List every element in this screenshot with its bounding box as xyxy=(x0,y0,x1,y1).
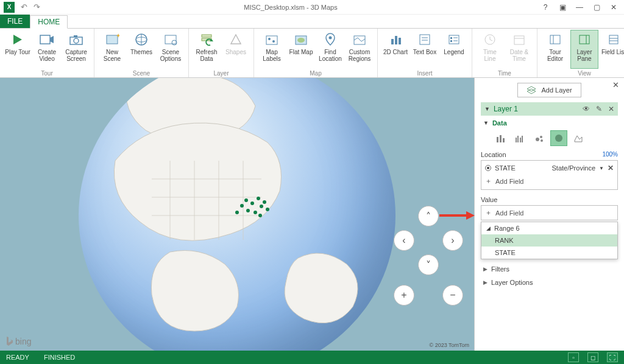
viz-stacked-column-button[interactable] xyxy=(492,130,509,146)
play-icon xyxy=(9,32,26,47)
viz-bubble-button[interactable] xyxy=(531,130,548,146)
refresh-icon xyxy=(198,32,215,47)
zoom-out-button[interactable]: − xyxy=(442,285,463,306)
bing-logo-icon xyxy=(5,336,13,347)
chart-icon xyxy=(387,32,404,47)
svg-rect-30 xyxy=(449,35,459,44)
tilt-up-button[interactable]: ˄ xyxy=(418,206,439,226)
value-add-field-button[interactable]: ＋ Add Field xyxy=(481,206,617,220)
svg-point-48 xyxy=(244,198,248,202)
viz-region-button[interactable] xyxy=(570,130,587,146)
rotate-right-button[interactable]: › xyxy=(442,230,463,251)
shapes-button[interactable]: Shapes xyxy=(222,30,250,69)
svg-point-58 xyxy=(235,211,239,214)
statusbar-view3-icon[interactable]: ⛶ xyxy=(607,352,618,362)
refresh-data-button[interactable]: Refresh Data xyxy=(193,30,221,69)
timeline-button[interactable]: Time Line xyxy=(476,30,504,69)
add-layer-button[interactable]: Add Layer xyxy=(517,83,581,97)
field-group-row[interactable]: ◢ Range 6 xyxy=(481,222,617,234)
remove-field-icon[interactable]: ✕ xyxy=(608,164,614,172)
svg-point-72 xyxy=(541,139,543,142)
location-field-box: STATE State/Province ▼ ✕ ＋ Add Field xyxy=(481,160,618,190)
play-tour-button[interactable]: Play Tour xyxy=(4,30,32,69)
svg-marker-2 xyxy=(50,36,54,43)
field-option-state[interactable]: STATE xyxy=(481,247,617,259)
svg-rect-24 xyxy=(391,39,394,44)
group-label-view: View xyxy=(541,69,624,77)
svg-point-18 xyxy=(268,38,271,40)
radio-selected-icon[interactable] xyxy=(485,165,491,171)
continents-icon xyxy=(79,78,395,351)
svg-rect-31 xyxy=(450,37,452,39)
create-video-button[interactable]: Create Video xyxy=(33,30,61,69)
svg-marker-0 xyxy=(13,35,22,44)
flat-map-button[interactable]: Flat Map xyxy=(287,30,315,69)
field-list-button[interactable]: Field List xyxy=(600,30,624,69)
tab-file[interactable]: FILE xyxy=(0,15,30,28)
collapse-icon[interactable]: ▼ xyxy=(484,106,490,112)
capture-screen-button[interactable]: Capture Screen xyxy=(62,30,90,69)
custom-regions-button[interactable]: Custom Regions xyxy=(346,30,374,69)
legend-button[interactable]: Legend xyxy=(440,30,468,69)
svg-point-22 xyxy=(329,37,332,40)
redo-icon[interactable]: ↷ xyxy=(34,2,40,12)
viz-clustered-column-button[interactable] xyxy=(511,130,528,146)
scene-options-button[interactable]: Scene Options xyxy=(157,30,185,69)
ribbon-options-icon[interactable]: ▣ xyxy=(558,3,567,12)
tab-home[interactable]: HOME xyxy=(30,15,68,29)
group-label-scene: Scene xyxy=(98,69,185,77)
datetime-button[interactable]: Date & Time xyxy=(505,30,533,69)
visibility-icon[interactable]: 👁 xyxy=(583,105,590,113)
layer-header[interactable]: ▼ Layer 1 👁 ✎ ✕ xyxy=(481,102,618,116)
statusbar-view2-icon[interactable]: ◻ xyxy=(587,352,598,362)
zoom-in-button[interactable]: + xyxy=(394,285,414,306)
map-labels-button[interactable]: Map Labels xyxy=(258,30,286,69)
maximize-icon[interactable]: ▢ xyxy=(592,3,601,12)
map-canvas[interactable]: ˄ ‹ › ˅ + − bing © 2023 TomTom xyxy=(0,78,474,351)
legend-icon xyxy=(445,32,463,47)
layer-pane-button[interactable]: Layer Pane xyxy=(570,30,598,69)
undo-icon[interactable]: ↶ xyxy=(21,2,27,12)
chevron-down-icon: ▼ xyxy=(483,120,489,126)
rename-icon[interactable]: ✎ xyxy=(596,105,602,113)
layer-options-section-header[interactable]: ▶ Layer Options xyxy=(483,279,618,286)
svg-rect-40 xyxy=(550,35,560,44)
delete-layer-icon[interactable]: ✕ xyxy=(608,105,614,113)
close-icon[interactable]: ✕ xyxy=(609,3,618,12)
svg-point-53 xyxy=(254,211,257,214)
ribbon-group-time: Time Line Date & Time Time xyxy=(472,29,537,77)
field-option-rank[interactable]: RANK xyxy=(481,234,617,247)
visualization-type-row xyxy=(492,130,618,146)
svg-marker-16 xyxy=(231,35,241,44)
layer-pane-icon xyxy=(576,32,593,47)
tilt-down-button[interactable]: ˅ xyxy=(418,254,439,275)
tour-editor-button[interactable]: Tour Editor xyxy=(541,30,569,69)
find-location-button[interactable]: Find Location xyxy=(316,30,344,69)
location-geo-type[interactable]: State/Province xyxy=(552,164,596,172)
ribbon: Play Tour Create Video Capture Screen To… xyxy=(0,28,624,78)
video-icon xyxy=(38,32,55,47)
new-scene-button[interactable]: ✦New Scene xyxy=(98,30,126,69)
close-pane-icon[interactable]: ✕ xyxy=(612,80,619,89)
location-add-field-button[interactable]: ＋ Add Field xyxy=(481,174,617,188)
svg-rect-63 xyxy=(497,137,498,142)
text-box-button[interactable]: Text Box xyxy=(411,30,439,69)
new-scene-icon: ✦ xyxy=(104,32,121,47)
2d-chart-button[interactable]: 2D Chart xyxy=(381,30,410,69)
viz-heatmap-button[interactable] xyxy=(550,130,567,146)
help-icon[interactable]: ? xyxy=(541,3,550,12)
rotate-left-button[interactable]: ‹ xyxy=(394,230,414,251)
filters-section-header[interactable]: ▶ Filters xyxy=(483,265,618,273)
svg-rect-66 xyxy=(516,138,517,142)
svg-point-51 xyxy=(260,205,263,208)
svg-text:✦: ✦ xyxy=(116,33,119,39)
location-field-row[interactable]: STATE State/Province ▼ ✕ xyxy=(481,162,617,174)
window-title: MISC_Desktop.xlsm - 3D Maps xyxy=(40,4,541,11)
status-ready: READY xyxy=(6,354,29,361)
geo-type-dropdown-icon[interactable]: ▼ xyxy=(599,166,604,171)
data-section-header[interactable]: ▼ Data xyxy=(492,119,618,127)
location-confidence-link[interactable]: 100% xyxy=(602,151,618,158)
themes-button[interactable]: Themes xyxy=(127,30,155,69)
minimize-icon[interactable]: — xyxy=(575,3,584,12)
statusbar-view1-icon[interactable]: ▫ xyxy=(568,352,579,362)
